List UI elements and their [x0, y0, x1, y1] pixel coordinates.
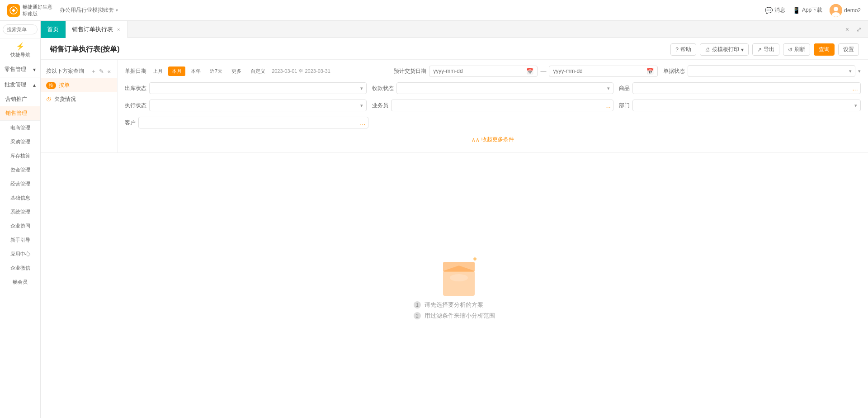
collapse-plan-btn[interactable]: « [107, 67, 112, 76]
dept-field: 部门 [619, 100, 861, 111]
svg-point-6 [450, 274, 468, 281]
sidebar-group-retail: 零售管理 ▾ [0, 62, 40, 77]
sidebar-item-appstore[interactable]: 应用中心 [0, 247, 40, 261]
empty-illustration: ✦ [432, 248, 477, 294]
user-action[interactable]: demo2 [830, 4, 861, 17]
sidebar-item-purchase[interactable]: 采购管理 [0, 135, 40, 149]
sidebar-item-system[interactable]: 系统管理 [0, 205, 40, 219]
customer-input[interactable] [138, 117, 368, 128]
window-maximize-btn[interactable]: ⤢ [854, 25, 863, 34]
out-status-select[interactable] [149, 82, 367, 94]
customer-label: 客户 [125, 119, 136, 127]
refresh-icon: ↺ [788, 47, 793, 53]
goods-dots-btn[interactable]: … [852, 85, 858, 92]
customer-dots-btn[interactable]: … [360, 119, 366, 126]
filter-plan-shortage[interactable]: ⏱ 欠货情况 [41, 92, 117, 106]
window-close-btn[interactable]: × [844, 25, 851, 34]
salesperson-dots-btn[interactable]: … [605, 102, 611, 109]
avatar [830, 4, 842, 17]
tab-bar-actions: × ⤢ [839, 25, 868, 34]
filter-sidebar: 按以下方案查询 + ✎ « 按 按单 ⏱ 欠货情况 [41, 60, 118, 152]
search-input[interactable] [3, 24, 38, 34]
company-name: 办公用品行业模拟账套 [60, 6, 114, 14]
chevron-down-icon: ▾ [116, 8, 118, 13]
sidebar-item-basic[interactable]: 基础信息 [0, 191, 40, 205]
dept-wrapper [632, 100, 861, 111]
date-btn-more[interactable]: 更多 [228, 66, 245, 76]
clock-icon: ⏱ [46, 96, 52, 103]
sidebar-item-ecommerce[interactable]: 电商管理 [0, 121, 40, 135]
export-btn[interactable]: ↗ 导出 [752, 43, 779, 56]
date-btn-this-month[interactable]: 本月 [168, 66, 185, 76]
quicknav-icon: ⚡ [16, 42, 25, 51]
date-btn-last-7-days[interactable]: 近7天 [206, 66, 226, 76]
filter-row-2: 出库状态 收款状态 [125, 82, 861, 94]
exec-status-select[interactable] [149, 100, 367, 111]
exec-status-label: 执行状态 [125, 102, 146, 109]
refresh-btn[interactable]: ↺ 刷新 [783, 43, 810, 56]
sidebar-group-wholesale-header[interactable]: 批发管理 ▴ [0, 77, 40, 92]
page-header: 销售订单执行表(按单) ? 帮助 🖨 按模板打印 ▾ ↗ 导出 [41, 38, 868, 60]
sidebar-item-quicknav[interactable]: ⚡ 快捷导航 [0, 38, 40, 62]
tab-sales-order[interactable]: 销售订单执行表 × [66, 21, 128, 38]
exec-status-wrapper [149, 100, 367, 111]
single-date-field: 单据日期 上月 本月 本年 近7天 更多 自定义 2023-03-01 至 20… [125, 66, 388, 76]
dept-select[interactable] [632, 100, 861, 111]
filter-row-4: 客户 … [125, 117, 861, 128]
svg-text:✦: ✦ [472, 255, 478, 264]
expected-date-start-wrap: 📅 [429, 66, 538, 77]
collapse-up-icon: ∧∧ [472, 137, 480, 143]
sidebar-item-member[interactable]: 畅会员 [0, 275, 40, 289]
customer-input-wrap: … [138, 117, 368, 128]
sidebar-item-inventory[interactable]: 库存核算 [0, 149, 40, 163]
date-btn-this-year[interactable]: 本年 [187, 66, 204, 76]
collection-status-label: 收款状态 [372, 85, 394, 92]
sidebar-group-retail-header[interactable]: 零售管理 ▾ [0, 62, 40, 77]
calendar-icon-end[interactable]: 📅 [646, 68, 654, 75]
date-btn-last-month[interactable]: 上月 [149, 66, 166, 76]
collapse-more-btn[interactable]: ∧∧ 收起更多条件 [125, 134, 861, 147]
tab-home[interactable]: 首页 [41, 21, 66, 38]
logo-area: 畅捷通好生意 标账版 [7, 4, 52, 17]
single-status-select[interactable] [688, 65, 855, 77]
date-btn-custom[interactable]: 自定义 [247, 66, 269, 76]
settings-btn[interactable]: 设置 [838, 43, 859, 56]
sidebar-item-finance[interactable]: 资金管理 [0, 163, 40, 177]
sidebar-item-marketing[interactable]: 营销推广 [0, 92, 40, 106]
expand-icon2: ▴ [33, 82, 36, 88]
out-status-label: 出库状态 [125, 85, 146, 92]
sidebar-item-operations[interactable]: 经营管理 [0, 177, 40, 191]
company-selector[interactable]: 办公用品行业模拟账套 ▾ [56, 5, 122, 16]
sidebar-item-enterprise[interactable]: 企业协同 [0, 219, 40, 233]
goods-label: 商品 [619, 85, 630, 92]
calendar-icon-start[interactable]: 📅 [526, 68, 533, 75]
goods-input[interactable] [632, 82, 861, 94]
expected-date-start[interactable] [433, 68, 524, 74]
query-btn[interactable]: 查询 [814, 43, 835, 56]
salesperson-input[interactable] [391, 100, 614, 111]
sidebar-search-area [0, 21, 40, 38]
add-plan-btn[interactable]: + [91, 67, 96, 76]
expected-date-end[interactable] [553, 68, 644, 74]
help-btn[interactable]: ? 帮助 [670, 43, 696, 56]
edit-plan-btn[interactable]: ✎ [98, 67, 105, 76]
sidebar-item-newbie[interactable]: 新手引导 [0, 233, 40, 247]
out-status-wrapper [149, 82, 367, 94]
logo-icon [7, 4, 20, 17]
single-date-label: 单据日期 [125, 67, 146, 75]
template-print-btn[interactable]: 🖨 按模板打印 ▾ [700, 43, 749, 56]
sidebar-item-sales[interactable]: 销售管理 [0, 106, 40, 120]
active-tab-label: 销售订单执行表 [72, 25, 113, 33]
right-section: 首页 销售订单执行表 × × ⤢ 销售订单执行表(按单) ? 帮助 [41, 21, 868, 418]
filter-plan-single[interactable]: 按 按单 [41, 78, 117, 92]
app-download-action[interactable]: 📱 App下载 [793, 6, 822, 14]
sidebar-item-wechat[interactable]: 企业微信 [0, 261, 40, 275]
tab-close-icon[interactable]: × [116, 26, 121, 33]
message-action[interactable]: 💬 消息 [765, 6, 785, 14]
collection-status-select[interactable] [396, 82, 614, 94]
empty-state: ✦ 1 请先选择要分析的方案 2 用过滤条件来缩小分析范围 [41, 153, 868, 418]
single-status-dropdown-icon[interactable]: ▾ [858, 68, 861, 74]
filter-sidebar-header: 按以下方案查询 + ✎ « [41, 64, 117, 78]
tab-bar: 首页 销售订单执行表 × × ⤢ [41, 21, 868, 38]
single-status-label: 单据状态 [663, 67, 685, 75]
